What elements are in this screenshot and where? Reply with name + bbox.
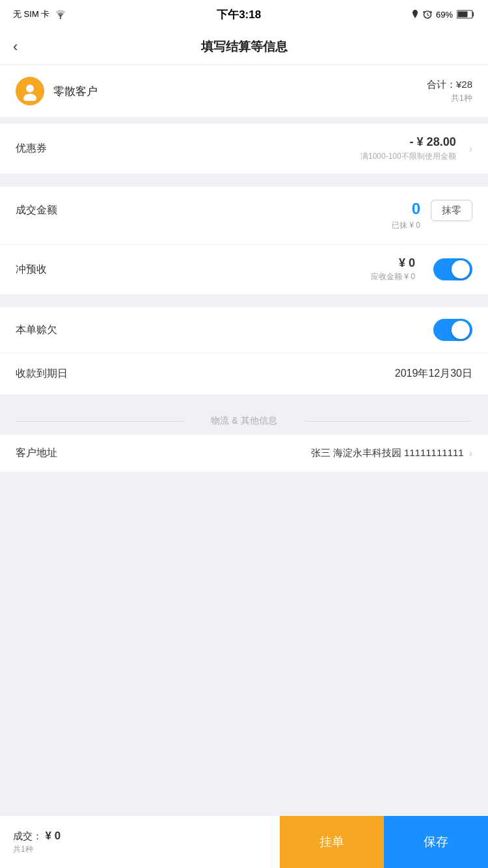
save-button[interactable]: 保存 <box>384 816 488 868</box>
prepay-amount: ¥ 0 <box>371 256 415 270</box>
wifi-icon <box>55 10 66 19</box>
address-card: 客户地址 张三 海淀永丰科技园 11111111111 › <box>0 435 488 472</box>
hang-button[interactable]: 挂单 <box>280 816 384 868</box>
customer-card: 零散客户 合计：¥28 共1种 <box>0 65 488 117</box>
customer-total: 合计：¥28 共1种 <box>427 79 472 104</box>
address-row[interactable]: 客户地址 张三 海淀永丰科技园 11111111111 › <box>0 435 488 472</box>
chevron-right-icon: › <box>469 143 472 155</box>
logistics-label: 物流 & 其他信息 <box>211 415 277 427</box>
debt-card: 本单赊欠 收款到期日 2019年12月30日 <box>0 307 488 394</box>
location-icon <box>411 10 419 19</box>
amount-value: 0 <box>392 200 420 218</box>
customer-row: 零散客户 合计：¥28 共1种 <box>0 65 488 117</box>
svg-rect-3 <box>458 12 468 18</box>
nav-bar: ‹ 填写结算等信息 <box>0 29 488 65</box>
coupon-row[interactable]: 优惠券 - ¥ 28.00 满1000-100不限制使用金额 › <box>0 124 488 174</box>
coupon-desc: 满1000-100不限制使用金额 <box>360 151 456 162</box>
address-label: 客户地址 <box>16 446 57 460</box>
due-date-label: 收款到期日 <box>16 367 68 381</box>
debt-row: 本单赊欠 <box>0 307 488 353</box>
alarm-icon <box>423 10 432 19</box>
debt-right <box>433 319 472 341</box>
debt-toggle[interactable] <box>433 319 472 341</box>
coupon-card: 优惠券 - ¥ 28.00 满1000-100不限制使用金额 › <box>0 124 488 174</box>
prepay-right: ¥ 0 应收金额 ¥ 0 <box>371 256 472 282</box>
amount-row: 成交金额 0 已抹 ¥ 0 抹零 <box>0 187 488 244</box>
separator-2 <box>0 301 488 307</box>
status-right: 69% <box>411 10 475 20</box>
bottom-bar: 成交： ¥ 0 共1种 挂单 保存 <box>0 816 488 868</box>
battery-icon <box>457 10 475 19</box>
avatar-icon <box>20 81 40 101</box>
coupon-right: - ¥ 28.00 满1000-100不限制使用金额 › <box>360 135 472 162</box>
coupon-label: 优惠券 <box>16 142 47 156</box>
due-date-row: 收款到期日 2019年12月30日 <box>0 353 488 394</box>
separator-1 <box>0 180 488 187</box>
svg-point-4 <box>26 85 34 92</box>
transaction-card: 成交金额 0 已抹 ¥ 0 抹零 冲预收 ¥ 0 应收金额 ¥ 0 <box>0 187 488 294</box>
bottom-count: 共1种 <box>13 844 267 855</box>
divider-line-left <box>16 421 185 422</box>
amount-right: 0 已抹 ¥ 0 抹零 <box>392 200 472 231</box>
separator-3 <box>0 401 488 407</box>
total-count: 共1种 <box>427 92 472 104</box>
status-left: 无 SIM 卡 <box>13 8 66 20</box>
customer-left: 零散客户 <box>16 77 98 105</box>
page-title: 填写结算等信息 <box>201 38 288 55</box>
svg-point-5 <box>23 94 36 101</box>
battery-label: 69% <box>436 10 453 20</box>
no-sim-label: 无 SIM 卡 <box>13 8 49 20</box>
bottom-deal-label: 成交： <box>13 830 42 841</box>
round-button[interactable]: 抹零 <box>431 200 472 221</box>
debt-toggle-knob <box>452 321 470 339</box>
address-chevron-icon: › <box>469 448 472 459</box>
logistics-divider: 物流 & 其他信息 <box>0 407 488 435</box>
svg-point-0 <box>60 18 61 19</box>
total-label: 合计：¥28 <box>427 79 472 91</box>
divider-line-right <box>303 421 472 422</box>
address-value: 张三 海淀永丰科技园 11111111111 <box>68 447 464 459</box>
bottom-info: 成交： ¥ 0 共1种 <box>0 830 280 855</box>
avatar <box>16 77 44 105</box>
due-date-value: 2019年12月30日 <box>395 367 472 381</box>
status-time: 下午3:18 <box>217 7 261 22</box>
prepay-label: 冲预收 <box>16 263 47 277</box>
amount-label: 成交金额 <box>16 200 57 217</box>
toggle-knob <box>452 260 470 278</box>
prepay-row: 冲预收 ¥ 0 应收金额 ¥ 0 <box>0 244 488 294</box>
content: 零散客户 合计：¥28 共1种 优惠券 - ¥ 28.00 满1000-100不… <box>0 65 488 530</box>
status-bar: 无 SIM 卡 下午3:18 69% <box>0 0 488 29</box>
amount-sub: 已抹 ¥ 0 <box>392 220 420 231</box>
coupon-value: - ¥ 28.00 <box>360 135 456 149</box>
debt-label: 本单赊欠 <box>16 323 57 337</box>
prepay-toggle[interactable] <box>433 258 472 280</box>
customer-name: 零散客户 <box>53 84 98 99</box>
bottom-deal-amount: ¥ 0 <box>45 830 61 842</box>
prepay-sub: 应收金额 ¥ 0 <box>371 271 415 282</box>
back-button[interactable]: ‹ <box>13 38 18 55</box>
